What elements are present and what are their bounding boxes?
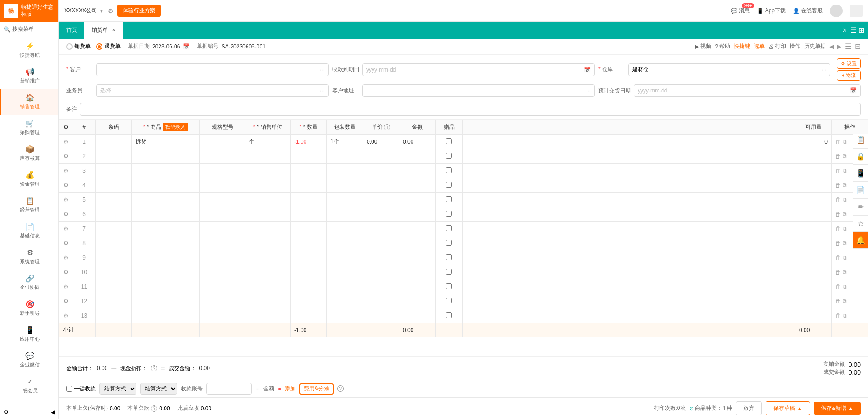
cell-gift[interactable]	[436, 236, 463, 250]
cell-amount[interactable]	[399, 236, 436, 250]
copy-row-icon[interactable]: ⧉	[843, 153, 847, 159]
cell-amount[interactable]	[399, 178, 436, 193]
delete-row-icon[interactable]: 🗑	[835, 197, 841, 203]
cell-amount[interactable]	[399, 265, 436, 279]
sidebar-item-quick[interactable]: ⚡ 快捷导航	[0, 37, 58, 63]
cell-barcode[interactable]	[96, 135, 132, 149]
cell-unit-price[interactable]	[363, 265, 399, 279]
cell-product[interactable]	[132, 250, 200, 265]
cell-barcode[interactable]	[96, 265, 132, 279]
copy-row-icon[interactable]: ⧉	[843, 313, 847, 319]
cell-spec[interactable]	[200, 193, 245, 207]
cell-barcode[interactable]	[96, 308, 132, 323]
copy-row-icon[interactable]: ⧉	[843, 240, 847, 246]
cell-unit[interactable]	[245, 164, 291, 178]
sidebar-item-finance[interactable]: 💰 资金管理	[0, 166, 58, 192]
cell-barcode[interactable]	[96, 193, 132, 207]
cell-unit[interactable]	[245, 207, 291, 222]
user-avatar[interactable]	[830, 5, 843, 17]
select-order-btn[interactable]: 选单	[754, 43, 765, 50]
cell-barcode[interactable]	[96, 236, 132, 250]
cell-unit[interactable]	[245, 222, 291, 236]
cell-amount[interactable]	[399, 164, 436, 178]
cell-unit[interactable]	[245, 294, 291, 308]
delete-row-icon[interactable]: 🗑	[835, 255, 841, 261]
cell-unit-price[interactable]	[363, 149, 399, 164]
online-service-btn[interactable]: 👤 在线客服	[793, 7, 823, 14]
cell-unit-price[interactable]	[363, 236, 399, 250]
add-btn[interactable]: ●	[278, 385, 281, 392]
draft-btn[interactable]: 保存草稿 ▲	[766, 401, 810, 415]
table-layout-icon[interactable]: ⊞	[855, 42, 861, 51]
cell-unit-price[interactable]: 0.00	[363, 135, 399, 149]
cell-qty[interactable]	[291, 294, 327, 308]
sidebar-item-basic[interactable]: 📄 基础信息	[0, 218, 58, 244]
logistics-btn[interactable]: + 物流	[837, 70, 861, 81]
scan-btn[interactable]: 扫码录入	[163, 123, 188, 131]
expense-info-icon[interactable]: ?	[337, 385, 344, 392]
cell-pkg-qty[interactable]	[327, 308, 363, 323]
cell-product[interactable]	[132, 193, 200, 207]
cell-qty[interactable]	[291, 308, 327, 323]
cell-qty[interactable]	[291, 279, 327, 294]
nav-next-icon[interactable]: ▶	[837, 43, 841, 50]
cell-spec[interactable]	[200, 149, 245, 164]
cell-pkg-qty[interactable]	[327, 149, 363, 164]
cell-qty[interactable]	[291, 193, 327, 207]
sidebar-item-wechat[interactable]: 💬 企业微信	[0, 347, 58, 373]
discount-info-icon[interactable]: ?	[151, 365, 157, 371]
float-btn-6[interactable]: ☆	[853, 215, 868, 232]
cell-amount[interactable]	[399, 308, 436, 323]
trial-btn[interactable]: 体验行业方案	[117, 5, 161, 17]
float-btn-2[interactable]: 🔒	[853, 148, 868, 165]
cell-product[interactable]	[132, 149, 200, 164]
cell-spec[interactable]	[200, 265, 245, 279]
cell-unit[interactable]	[245, 308, 291, 323]
th-settings[interactable]: ⚙	[59, 120, 73, 135]
copy-row-icon[interactable]: ⧉	[843, 139, 847, 145]
cell-spec[interactable]	[200, 308, 245, 323]
list-view-icon[interactable]: ☰	[850, 26, 857, 34]
sidebar-item-enterprise[interactable]: 🔗 企业协同	[0, 270, 58, 295]
cell-unit[interactable]	[245, 149, 291, 164]
print-btn[interactable]: 🖨 打印	[768, 43, 786, 50]
cell-pkg-qty[interactable]	[327, 279, 363, 294]
discard-btn[interactable]: 放弃	[736, 401, 762, 415]
shortcut-btn[interactable]: 快捷键	[734, 43, 750, 50]
payment-method-select[interactable]: 结算方式	[99, 383, 136, 395]
expected-calendar-icon[interactable]: 📅	[850, 87, 857, 94]
grid-view-icon[interactable]: ⊞	[858, 26, 864, 34]
cell-pkg-qty[interactable]: 1个	[327, 135, 363, 149]
message-btn[interactable]: 💬 消息 99+	[731, 7, 750, 14]
cell-unit-price[interactable]	[363, 279, 399, 294]
cell-barcode[interactable]	[96, 222, 132, 236]
return-order-radio[interactable]: 退货单	[96, 43, 121, 50]
copy-row-icon[interactable]: ⧉	[843, 211, 847, 217]
salesperson-input[interactable]: 选择... ···	[96, 84, 329, 97]
cell-spec[interactable]	[200, 279, 245, 294]
delete-row-icon[interactable]: 🗑	[835, 284, 841, 290]
cell-amount[interactable]	[399, 207, 436, 222]
cell-amount[interactable]: 0.00	[399, 135, 436, 149]
cell-unit[interactable]	[245, 236, 291, 250]
cell-gift[interactable]	[436, 164, 463, 178]
cell-barcode[interactable]	[96, 207, 132, 222]
float-btn-5[interactable]: ✏	[853, 198, 868, 215]
cell-pkg-qty[interactable]	[327, 265, 363, 279]
history-btn[interactable]: 历史单据	[804, 43, 826, 50]
cell-gift[interactable]	[436, 193, 463, 207]
cell-qty[interactable]	[291, 265, 327, 279]
cell-gift[interactable]	[436, 308, 463, 323]
expense-btn[interactable]: 费用&分摊	[299, 383, 334, 395]
cell-spec[interactable]	[200, 294, 245, 308]
cell-product[interactable]	[132, 222, 200, 236]
cell-unit-price[interactable]	[363, 207, 399, 222]
delete-row-icon[interactable]: 🗑	[835, 211, 841, 217]
cell-amount[interactable]	[399, 294, 436, 308]
cell-pkg-qty[interactable]	[327, 294, 363, 308]
cell-unit-price[interactable]	[363, 250, 399, 265]
cell-unit-price[interactable]	[363, 222, 399, 236]
sidebar-item-system[interactable]: ⚙ 系统管理	[0, 244, 58, 270]
cell-product[interactable]	[132, 308, 200, 323]
cell-unit[interactable]	[245, 265, 291, 279]
